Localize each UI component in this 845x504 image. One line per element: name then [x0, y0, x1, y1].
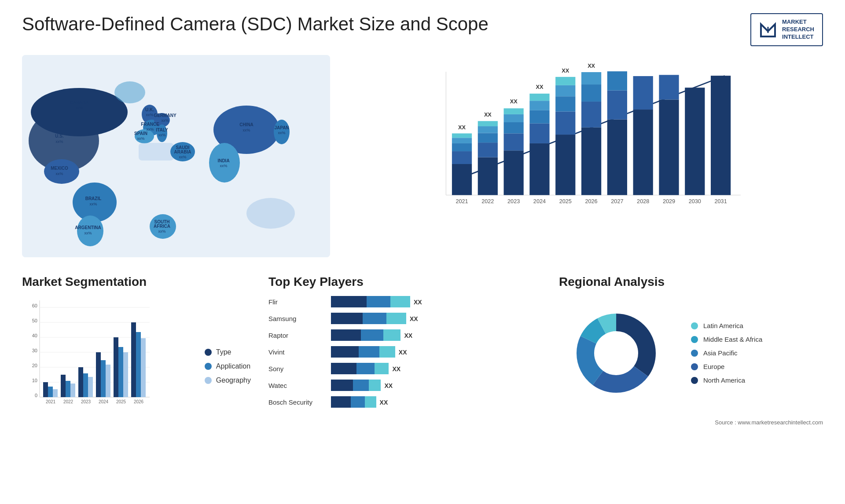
svg-text:xx%: xx% — [84, 231, 92, 235]
svg-text:2025: 2025 — [116, 399, 126, 404]
player-bar-segment — [363, 313, 386, 324]
player-bar-segment — [359, 346, 379, 358]
svg-text:2028: 2028 — [637, 198, 649, 204]
player-name: Watec — [268, 382, 326, 389]
svg-rect-83 — [555, 96, 575, 111]
svg-text:2021: 2021 — [456, 198, 468, 204]
players-title: Top Key Players — [268, 275, 541, 289]
player-bar-segment — [383, 329, 401, 341]
bar-chart-container: XX XX XX XX — [348, 55, 823, 257]
svg-text:xx%: xx% — [89, 202, 97, 206]
svg-text:SPAIN: SPAIN — [134, 131, 147, 136]
player-bar — [331, 296, 410, 308]
reg-legend-dot-apac — [691, 350, 698, 357]
svg-rect-150 — [118, 347, 123, 397]
player-bar-segment — [353, 380, 369, 391]
svg-text:xx%: xx% — [161, 118, 169, 123]
player-bar-segment — [331, 363, 356, 374]
svg-rect-59 — [452, 143, 472, 151]
svg-text:50: 50 — [32, 318, 37, 323]
svg-rect-138 — [66, 381, 70, 397]
reg-legend-label-latin: Latin America — [703, 322, 743, 329]
world-map-svg: CANADA xx% U.S. xx% MEXICO xx% BRAZIL xx… — [22, 55, 330, 257]
svg-text:xx%: xx% — [158, 133, 165, 137]
legend-item-type: Type — [205, 348, 251, 356]
svg-rect-84 — [555, 85, 575, 96]
player-row: Bosch SecurityXX — [268, 396, 541, 409]
svg-text:FRANCE: FRANCE — [141, 122, 159, 127]
svg-rect-81 — [555, 135, 575, 195]
svg-text:xx%: xx% — [137, 136, 144, 141]
svg-text:U.K.: U.K. — [145, 107, 154, 112]
svg-rect-66 — [478, 126, 498, 133]
svg-rect-94 — [607, 71, 627, 90]
svg-rect-77 — [529, 110, 549, 124]
player-bar-wrap: XX — [331, 363, 541, 375]
player-bar-segment — [331, 329, 361, 341]
svg-text:xx%: xx% — [220, 164, 227, 168]
logo-icon — [759, 21, 777, 38]
svg-point-4 — [31, 88, 128, 136]
svg-text:XX: XX — [562, 68, 569, 74]
svg-rect-96 — [633, 76, 653, 110]
svg-text:JAPAN: JAPAN — [274, 125, 289, 130]
page-container: Software-Defined Camera (SDC) Market Siz… — [0, 0, 845, 504]
legend-label-geography: Geography — [216, 376, 251, 384]
regional-title: Regional Analysis — [559, 275, 823, 289]
svg-rect-146 — [101, 360, 106, 397]
svg-text:2022: 2022 — [63, 399, 73, 404]
svg-rect-145 — [96, 352, 101, 397]
logo-line3: INTELLECT — [782, 33, 814, 40]
player-row: VivintXX — [268, 346, 541, 358]
bottom-section: Market Segmentation 0 10 20 30 40 50 — [22, 275, 823, 442]
svg-rect-141 — [78, 367, 83, 397]
svg-rect-65 — [478, 133, 498, 142]
svg-text:CHINA: CHINA — [239, 122, 254, 127]
player-bar-segment — [386, 313, 406, 324]
players-container: Top Key Players FlirXXSamsungXXRaptorXXV… — [268, 275, 541, 442]
svg-rect-92 — [607, 119, 627, 195]
player-row: WatecXX — [268, 380, 541, 392]
svg-text:xx%: xx% — [158, 229, 165, 234]
player-bar-segment — [367, 296, 390, 307]
reg-legend-label-na: North America — [703, 376, 745, 384]
svg-text:XX: XX — [484, 112, 492, 118]
svg-rect-57 — [452, 164, 472, 195]
svg-rect-99 — [685, 88, 705, 195]
logo-text: MARKET RESEARCH INTELLECT — [782, 18, 814, 41]
player-bar-wrap: XX — [331, 380, 541, 392]
svg-text:2025: 2025 — [559, 198, 572, 204]
svg-rect-58 — [452, 151, 472, 164]
svg-text:AFRICA: AFRICA — [154, 224, 170, 229]
svg-rect-153 — [131, 322, 136, 397]
svg-rect-60 — [452, 138, 472, 143]
player-bar — [331, 313, 406, 325]
svg-rect-93 — [607, 90, 627, 119]
svg-rect-82 — [555, 111, 575, 134]
segmentation-title: Market Segmentation — [22, 275, 251, 289]
top-section: CANADA xx% U.S. xx% MEXICO xx% BRAZIL xx… — [22, 55, 823, 257]
svg-rect-76 — [529, 123, 549, 143]
source-text: Source : www.marketresearchintellect.com — [559, 419, 823, 426]
svg-rect-100 — [711, 76, 731, 195]
svg-text:XX: XX — [458, 124, 466, 131]
player-name: Flir — [268, 298, 326, 306]
growth-bar-chart: XX XX XX XX — [356, 64, 814, 231]
player-bar-segment — [351, 396, 365, 408]
svg-text:30: 30 — [32, 348, 37, 353]
player-bar-segment — [331, 380, 353, 391]
svg-point-20 — [246, 198, 295, 229]
svg-text:2030: 2030 — [689, 198, 701, 204]
svg-rect-85 — [555, 77, 575, 85]
legend-dot-application — [205, 363, 212, 370]
svg-rect-73 — [504, 108, 524, 114]
svg-rect-137 — [61, 375, 66, 397]
player-xx-label: XX — [380, 399, 388, 406]
svg-text:2021: 2021 — [46, 399, 56, 404]
regional-legend: Latin America Middle East & Africa Asia … — [691, 322, 762, 384]
svg-text:10: 10 — [32, 378, 37, 383]
reg-legend-dot-latin — [691, 322, 698, 329]
svg-rect-69 — [504, 150, 524, 195]
svg-text:2024: 2024 — [533, 198, 546, 204]
legend-dot-geography — [205, 377, 212, 384]
